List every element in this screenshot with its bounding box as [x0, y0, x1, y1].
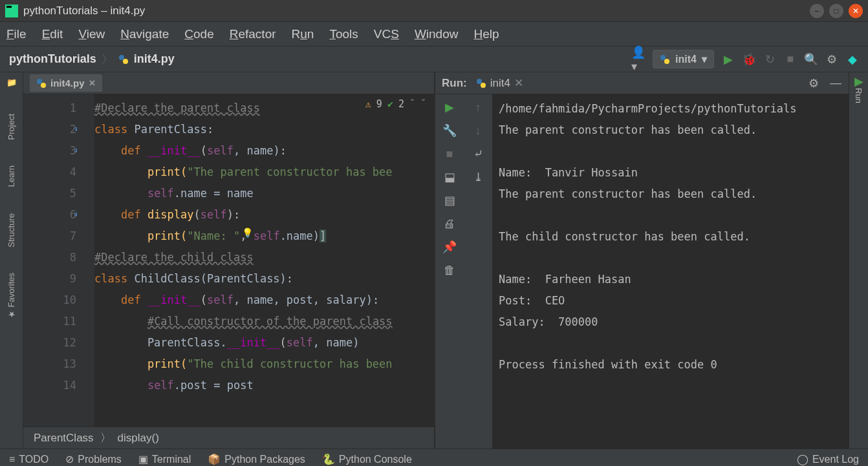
run-body: ▶ 🔧 ■ ⬓ ▤ 🖨 📌 🗑 ↑ ↓ ⤶ ⤓ /home/fahmida/Py… — [435, 94, 849, 449]
search-icon[interactable]: 🔍 — [805, 53, 818, 66]
line-num: 9 — [70, 272, 76, 285]
python-icon — [476, 78, 486, 89]
rerun-icon[interactable]: ▶ — [443, 101, 456, 114]
next-highlight-icon[interactable]: ˇ — [420, 98, 426, 110]
editor: init4.py ✕ 1 2⬇ 3⬇ 4 5 6⬇ 7 8 9 10 11 12… — [23, 72, 434, 449]
pin-icon[interactable]: 📌 — [443, 240, 456, 253]
override-icon[interactable]: ⬇ — [74, 125, 78, 134]
wrench-icon[interactable]: 🔧 — [443, 124, 456, 137]
trash-icon[interactable]: 🗑 — [443, 264, 456, 277]
breadcrumb: pythonTutorials 〉 init4.py — [9, 52, 175, 67]
stop-icon[interactable]: ■ — [443, 147, 456, 160]
down-icon[interactable]: ↓ — [472, 124, 484, 137]
minimize-panel-icon[interactable]: — — [829, 77, 842, 90]
menu-file[interactable]: File — [6, 27, 27, 41]
eventlog-tab[interactable]: ◯ Event Log — [797, 453, 859, 465]
line-num: 14 — [63, 379, 76, 392]
right-run-label[interactable]: Run — [854, 88, 863, 103]
breadcrumb-method[interactable]: display() — [118, 432, 159, 445]
line-num: 11 — [63, 315, 76, 328]
run-button[interactable]: ▶ — [722, 53, 735, 66]
file-tab[interactable]: init4.py ✕ — [30, 74, 102, 92]
line-num: 8 — [70, 251, 76, 264]
menu-run[interactable]: Run — [292, 27, 314, 41]
menu-window[interactable]: Window — [415, 27, 459, 41]
python-file-icon — [118, 54, 129, 65]
pycharm-icon — [5, 5, 18, 17]
close-tab-icon[interactable]: ✕ — [514, 76, 523, 90]
menu-refactor[interactable]: Refactor — [230, 27, 276, 41]
stop-button[interactable]: ■ — [784, 53, 797, 66]
code-breadcrumb: ParentClass 〉 display() — [23, 427, 434, 449]
console-tab[interactable]: 🐍 Python Console — [322, 453, 412, 465]
line-num: 10 — [63, 293, 76, 306]
print-icon[interactable]: 🖨 — [443, 217, 456, 230]
packages-tab[interactable]: 📦 Python Packages — [208, 453, 305, 465]
code-area[interactable]: 1 2⬇ 3⬇ 4 5 6⬇ 7 8 9 10 11 12 13 14 ⚠9 ✔… — [23, 94, 434, 427]
layout-icon[interactable]: ⬓ — [443, 171, 456, 184]
svg-point-8 — [477, 79, 482, 84]
svg-point-2 — [119, 55, 124, 60]
run-tool-icon[interactable]: ▶ — [852, 75, 865, 88]
close-button[interactable]: ✕ — [849, 4, 863, 18]
intention-bulb-icon[interactable]: 💡 — [242, 228, 253, 238]
left-sidebar: 📁 Project Learn Structure ★ Favorites — [0, 72, 23, 449]
menu-help[interactable]: Help — [473, 27, 499, 41]
prev-highlight-icon[interactable]: ˆ — [409, 98, 415, 110]
maximize-button[interactable]: □ — [829, 4, 843, 18]
close-tab-icon[interactable]: ✕ — [89, 78, 96, 88]
settings-icon[interactable]: ⚙ — [825, 53, 838, 66]
code-content[interactable]: ⚠9 ✔2 ˆ ˇ #Declare the parent class clas… — [94, 94, 434, 427]
breadcrumb-project[interactable]: pythonTutorials — [9, 52, 96, 66]
inspection-bar: ⚠9 ✔2 ˆ ˇ — [365, 98, 426, 110]
override-icon[interactable]: ⬇ — [74, 146, 78, 155]
menu-navigate[interactable]: Navigate — [120, 27, 169, 41]
override-icon[interactable]: ⬇ — [74, 210, 78, 219]
run-tab[interactable]: init4 ✕ — [476, 76, 523, 90]
minimize-button[interactable]: ‒ — [810, 4, 824, 18]
menu-code[interactable]: Code — [184, 27, 213, 41]
updates-icon[interactable]: ◆ — [846, 53, 859, 66]
scroll-icon[interactable]: ⤓ — [472, 171, 484, 184]
gear-icon[interactable]: ⚙ — [807, 77, 820, 90]
console-output[interactable]: /home/fahmida/PycharmProjects/pythonTuto… — [492, 94, 849, 449]
run-config-selector[interactable]: init4 ▾ — [653, 50, 714, 69]
run-tab-label: init4 — [490, 77, 510, 90]
warning-icon[interactable]: ⚠ — [365, 98, 371, 110]
problems-tab[interactable]: ⊘ Problems — [65, 453, 122, 465]
breadcrumb-class[interactable]: ParentClass — [34, 432, 94, 445]
terminal-tab[interactable]: ▣ Terminal — [138, 453, 191, 465]
python-icon — [660, 54, 670, 65]
sidebar-favorites[interactable]: ★ Favorites — [6, 273, 16, 319]
folder-icon[interactable]: 📁 — [6, 78, 17, 87]
svg-rect-1 — [6, 6, 12, 8]
up-icon[interactable]: ↑ — [472, 101, 484, 114]
coverage-button[interactable]: ↻ — [763, 53, 776, 66]
sidebar-structure[interactable]: Structure — [6, 213, 16, 248]
right-sidebar: ▶ Run — [849, 72, 868, 449]
svg-point-4 — [660, 55, 666, 60]
user-icon[interactable]: 👤▾ — [632, 53, 645, 66]
window-controls: ‒ □ ✕ — [810, 4, 863, 18]
run-header: Run: init4 ✕ ⚙ — — [435, 72, 849, 94]
wrap-icon[interactable]: ⤶ — [472, 147, 484, 160]
menu-tools[interactable]: Tools — [329, 27, 358, 41]
menu-view[interactable]: View — [78, 27, 105, 41]
line-num: 13 — [63, 357, 76, 370]
titlebar: pythonTutorials – init4.py ‒ □ ✕ — [0, 0, 868, 22]
sidebar-project[interactable]: Project — [6, 114, 16, 140]
layout2-icon[interactable]: ▤ — [443, 194, 456, 207]
svg-point-9 — [481, 83, 486, 88]
debug-button[interactable]: 🐞 — [743, 53, 755, 66]
svg-point-6 — [37, 79, 42, 84]
breadcrumb-file[interactable]: init4.py — [134, 52, 175, 66]
menu-vcs[interactable]: VCS — [374, 27, 399, 41]
sidebar-learn[interactable]: Learn — [6, 165, 16, 187]
menu-edit[interactable]: Edit — [42, 27, 63, 41]
code: #Declare the parent class — [94, 101, 260, 114]
check-icon[interactable]: ✔ — [387, 98, 393, 110]
breadcrumb-sep: 〉 — [100, 430, 111, 445]
window-title: pythonTutorials – init4.py — [23, 5, 810, 17]
gutter: 1 2⬇ 3⬇ 4 5 6⬇ 7 8 9 10 11 12 13 14 — [23, 94, 94, 427]
todo-tab[interactable]: ≡ TODO — [9, 454, 49, 465]
